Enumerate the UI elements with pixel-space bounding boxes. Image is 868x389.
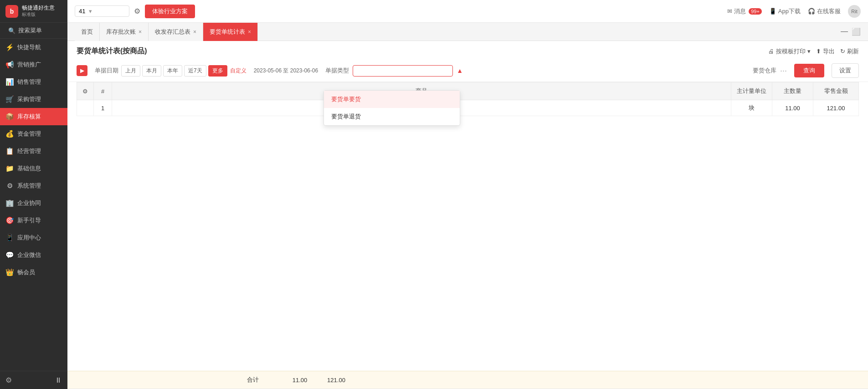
tab-requisition-stat[interactable]: 要货单统计表 × [203,23,258,41]
dropdown-item-label: 要货单要货 [331,96,361,102]
refresh-button[interactable]: ↻ 刷新 [840,47,859,56]
company-selector[interactable]: 41 ▾ [75,5,129,17]
footer-amount: 121.00 [309,377,354,384]
sidebar-item-label: 经营管理 [17,147,62,155]
online-service-button[interactable]: 🎧 在线客服 [808,7,841,15]
sidebar-item-label: 营销推广 [17,61,62,69]
sidebar-item-app-center[interactable]: 📱 应用中心 [0,229,67,246]
filter-more-dates-btn[interactable]: 更多 [208,65,227,77]
tab-requisition-stat-close[interactable]: × [248,29,251,35]
minimize-icon[interactable]: — [841,27,848,36]
filter-type-label: 单据类型 [325,67,349,75]
maximize-icon[interactable]: ⬜ [852,27,861,36]
sidebar-item-guide[interactable]: 🎯 新手引导 [0,212,67,229]
sidebar-item-purchase[interactable]: 🛒 采购管理 [0,91,67,108]
topbar-right: ✉ 消息 99+ 📱 App下载 🎧 在线客服 Rit [727,5,861,18]
sidebar-item-label: 畅会员 [17,268,62,276]
more-options-icon[interactable]: ··· [780,66,787,76]
sidebar-item-operation[interactable]: 📋 经营管理 [0,143,67,160]
filter-last-month-btn[interactable]: 上月 [121,65,140,77]
chevron-down-icon: ▾ [807,48,811,55]
sidebar-item-finance[interactable]: 💰 资金管理 [0,125,67,143]
dropdown-item-requisition-order[interactable]: 要货单要货 [324,91,460,108]
row-num-cell: 1 [94,100,112,116]
row-settings-cell [77,100,94,116]
sidebar-item-label: 基础信息 [17,164,62,173]
filter-this-year-btn[interactable]: 本年 [163,65,182,77]
settings-icon[interactable]: ⚙ [5,376,12,384]
promo-button[interactable]: 体验行业方案 [145,5,195,18]
sidebar-item-basic-info[interactable]: 📁 基础信息 [0,160,67,177]
tab-home-label: 首页 [81,28,93,36]
purchase-icon: 🛒 [5,95,14,103]
filter-this-month-btn[interactable]: 本月 [142,65,161,77]
export-button[interactable]: ⬆ 导出 [816,47,835,56]
table-container: ⚙ # 商品 主计量单位 主数量 零售金额 1 块 11.00 [67,82,868,371]
sidebar-item-wechat[interactable]: 💬 企业微信 [0,246,67,264]
gear-icon[interactable]: ⚙ [134,7,140,15]
filter-type-input[interactable] [353,65,453,77]
sidebar-item-quick-nav[interactable]: ⚡ 快捷导航 [0,39,67,56]
app-download-button[interactable]: 📱 App下载 [769,7,801,15]
col-settings-header[interactable]: ⚙ [77,82,94,100]
tab-inventory-batch-label: 库存批次账 [106,28,136,36]
sidebar-item-enterprise[interactable]: 🏢 企业协同 [0,194,67,212]
export-label: 导出 [823,47,835,56]
sidebar-item-sales[interactable]: 📊 销售管理 [0,73,67,91]
sidebar-search[interactable]: 🔍 搜索菜单 [0,23,67,39]
dropdown-item-label: 要货单退货 [331,113,361,120]
filter-custom-date-btn[interactable]: 自定义 [230,67,247,75]
page-actions: 🖨 按模板打印 ▾ ⬆ 导出 ↻ 刷新 [768,47,859,56]
wechat-icon: 💬 [5,251,14,259]
tab-income-summary[interactable]: 收发存汇总表 × [149,23,203,41]
chevron-up-icon[interactable]: ▲ [457,67,463,74]
table-row: 1 块 11.00 121.00 [77,100,859,116]
messages-button[interactable]: ✉ 消息 99+ [727,7,762,15]
row-unit-cell: 块 [731,100,772,116]
tab-requisition-stat-label: 要货单统计表 [210,28,245,36]
print-button[interactable]: 🖨 按模板打印 ▾ [768,47,811,56]
company-value: 41 [79,8,85,15]
tab-income-summary-close[interactable]: × [193,29,196,35]
filter-7days-btn[interactable]: 近7天 [184,65,206,77]
row-quantity-cell: 11.00 [772,100,813,116]
page-header: 要货单统计表(按商品) 🖨 按模板打印 ▾ ⬆ 导出 ↻ 刷新 [67,41,868,60]
marketing-icon: 📢 [5,61,14,69]
basic-info-icon: 📁 [5,164,14,173]
settings-button[interactable]: 设置 [832,63,859,78]
enterprise-icon: 🏢 [5,199,14,207]
tab-inventory-batch-close[interactable]: × [139,29,142,35]
avatar[interactable]: Rit [848,5,861,18]
topbar-left: 41 ▾ ⚙ 体验行业方案 [75,5,195,18]
sidebar-item-member[interactable]: 👑 畅会员 [0,264,67,281]
sidebar-nav: ⚡ 快捷导航 📢 营销推广 📊 销售管理 🛒 采购管理 📦 库存核算 💰 资金管… [0,39,67,371]
tabbar: 首页 库存批次账 × 收发存汇总表 × 要货单统计表 × — ⬜ [67,23,868,41]
sidebar-item-label: 库存核算 [17,113,62,121]
headset-icon: 🎧 [808,8,815,15]
collapse-icon[interactable]: ⏸ [55,376,62,384]
finance-icon: 💰 [5,130,14,138]
sales-icon: 📊 [5,78,14,86]
chevron-down-icon: ▾ [89,8,92,15]
query-button[interactable]: 查询 [794,64,824,77]
sidebar-item-label: 企业微信 [17,251,62,259]
tab-home[interactable]: 首页 [75,23,100,41]
filter-expand-button[interactable]: ▶ [77,65,87,76]
export-icon: ⬆ [816,48,821,55]
system-icon: ⚙ [5,182,14,190]
filter-date-group: 单据日期 上月 本月 本年 近7天 更多 自定义 [95,65,247,77]
refresh-label: 刷新 [847,47,859,56]
sidebar: b 畅捷通好生意 标准版 🔍 搜索菜单 ⚡ 快捷导航 📢 营销推广 📊 销售管理… [0,0,67,389]
search-icon: 🔍 [8,27,15,34]
tab-inventory-batch[interactable]: 库存批次账 × [100,23,149,41]
data-table: ⚙ # 商品 主计量单位 主数量 零售金额 1 块 11.00 [77,82,859,116]
table-footer: 合计 11.00 121.00 [67,371,868,389]
table-header-row: ⚙ # 商品 主计量单位 主数量 零售金额 [77,82,859,100]
page-title: 要货单统计表(按商品) [77,46,147,56]
row-amount-cell: 121.00 [813,100,859,116]
dropdown-item-requisition-return[interactable]: 要货单退货 [324,108,460,125]
filter-bar: ▶ 单据日期 上月 本月 本年 近7天 更多 自定义 2023-05-06 至 … [67,60,868,82]
sidebar-item-marketing[interactable]: 📢 营销推广 [0,56,67,73]
sidebar-item-system[interactable]: ⚙ 系统管理 [0,177,67,194]
sidebar-item-inventory[interactable]: 📦 库存核算 [0,108,67,125]
